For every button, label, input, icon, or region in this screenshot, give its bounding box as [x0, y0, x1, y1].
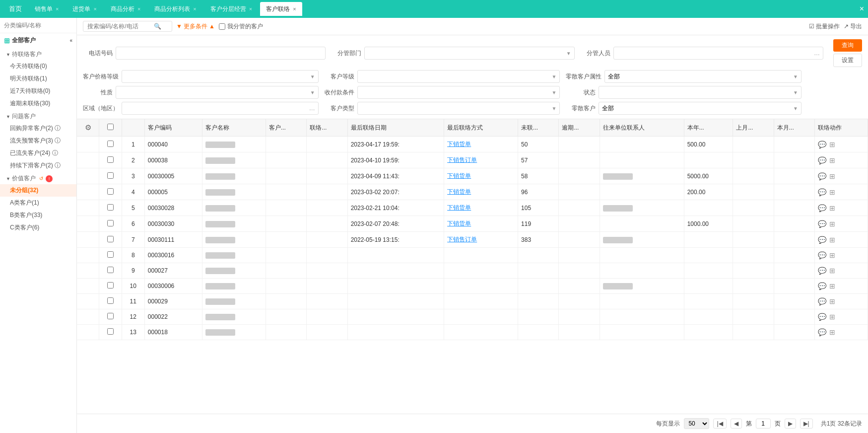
- tab-purchase[interactable]: 进货单 ×: [67, 2, 102, 16]
- checkbox-col-header[interactable]: [99, 119, 122, 137]
- message-icon[interactable]: 💬: [818, 141, 826, 148]
- message-icon[interactable]: 💬: [818, 267, 826, 275]
- row-last-method[interactable]: 下销货单: [444, 200, 518, 216]
- search-box[interactable]: 🔍: [83, 21, 172, 32]
- sidebar-item-lost[interactable]: 已流失客户(24) ⓘ: [0, 147, 76, 159]
- row-last-method[interactable]: [444, 325, 518, 340]
- row-checkbox[interactable]: [99, 325, 122, 340]
- message-icon[interactable]: 💬: [818, 156, 826, 164]
- row-last-method[interactable]: 下销货单: [444, 168, 518, 184]
- settings-col-header[interactable]: ⚙: [77, 119, 99, 137]
- row-last-method[interactable]: [444, 248, 518, 263]
- row-last-method[interactable]: 下销货单: [444, 184, 518, 200]
- reset-button[interactable]: 设置: [833, 54, 862, 67]
- row-last-method[interactable]: 下销货单: [444, 216, 518, 232]
- payment-select[interactable]: ▼: [357, 86, 560, 99]
- close-icon[interactable]: ×: [249, 6, 252, 12]
- select-all-checkbox[interactable]: [107, 124, 114, 130]
- search-icon[interactable]: 🔍: [154, 23, 161, 30]
- uncontacted-col-header[interactable]: 未联...: [518, 119, 559, 137]
- row-checkbox[interactable]: [99, 168, 122, 184]
- grid-icon[interactable]: ⊞: [829, 297, 835, 305]
- export-btn[interactable]: ↗ 导出: [844, 22, 862, 31]
- sidebar-item-7days[interactable]: 近7天待联络(0): [0, 85, 76, 97]
- sidebar-item-a-class[interactable]: A类客户(1): [0, 197, 76, 209]
- row-checkbox[interactable]: [99, 294, 122, 309]
- last-page-btn[interactable]: ▶|: [800, 419, 813, 429]
- row-checkbox[interactable]: [99, 137, 122, 152]
- name-col-header[interactable]: 客户名称: [202, 119, 266, 137]
- row-checkbox[interactable]: [99, 248, 122, 263]
- grid-icon[interactable]: ⊞: [829, 141, 835, 148]
- grid-icon[interactable]: ⊞: [829, 156, 835, 164]
- row-checkbox[interactable]: [99, 263, 122, 279]
- phone-input[interactable]: [116, 47, 326, 60]
- next-page-btn[interactable]: ▶: [785, 419, 796, 429]
- grid-icon[interactable]: ⊞: [829, 204, 835, 212]
- message-icon[interactable]: 💬: [818, 313, 826, 321]
- my-customers-checkbox[interactable]: 我分管的客户: [219, 22, 263, 31]
- row-last-method[interactable]: [444, 279, 518, 294]
- tab-sales[interactable]: 销售单 ×: [29, 2, 65, 16]
- sidebar-item-b-class[interactable]: B类客户(33): [0, 209, 76, 221]
- close-icon[interactable]: ×: [193, 6, 196, 12]
- prev-page-btn[interactable]: ◀: [731, 419, 742, 429]
- message-icon[interactable]: 💬: [818, 282, 826, 290]
- last-month-col-header[interactable]: 上月...: [733, 119, 774, 137]
- sidebar-section-value[interactable]: ▼ 价值客户 ↺ !: [0, 172, 76, 184]
- message-icon[interactable]: 💬: [818, 251, 826, 259]
- settings-icon[interactable]: ⚙: [85, 123, 91, 132]
- customer-grade-select[interactable]: ▼: [357, 70, 560, 83]
- more-conditions-btn[interactable]: ▼ 更多条件 ▲: [176, 22, 215, 31]
- customer-type-select[interactable]: ▼: [357, 102, 560, 115]
- sidebar-search-box[interactable]: 🔍: [0, 18, 76, 33]
- row-checkbox[interactable]: [99, 216, 122, 232]
- window-close-icon[interactable]: ×: [860, 4, 864, 13]
- query-button[interactable]: 查询: [833, 39, 862, 52]
- nature-select[interactable]: ▼: [116, 86, 319, 99]
- this-year-col-header[interactable]: 本年...: [684, 119, 733, 137]
- sidebar-item-overdue[interactable]: 逾期未联络(30): [0, 97, 76, 110]
- grid-icon[interactable]: ⊞: [829, 251, 835, 259]
- retail-customer-select[interactable]: 全部 ▼: [599, 102, 801, 115]
- this-month-col-header[interactable]: 本月...: [774, 119, 814, 137]
- manager-input[interactable]: …: [613, 47, 823, 60]
- sidebar-item-tomorrow[interactable]: 明天待联络(1): [0, 72, 76, 85]
- sidebar-section-problem[interactable]: ▼ 问题客户: [0, 110, 76, 122]
- message-icon[interactable]: 💬: [818, 328, 826, 336]
- retail-attr-select[interactable]: 全部 ▼: [604, 70, 801, 83]
- row-checkbox[interactable]: [99, 184, 122, 200]
- grid-icon[interactable]: ⊞: [829, 188, 835, 196]
- tab-product-analysis[interactable]: 商品分析 ×: [105, 2, 146, 16]
- page-input[interactable]: [756, 419, 771, 429]
- search-input[interactable]: [87, 23, 152, 30]
- grid-icon[interactable]: ⊞: [829, 282, 835, 290]
- sidebar-item-abnormal[interactable]: 回购异常客户(2) ⓘ: [0, 122, 76, 135]
- row-last-method[interactable]: [444, 294, 518, 309]
- row-checkbox[interactable]: [99, 232, 122, 248]
- grid-icon[interactable]: ⊞: [829, 220, 835, 228]
- price-grade-select[interactable]: ▼: [122, 70, 319, 83]
- nav-home[interactable]: 首页: [4, 4, 27, 13]
- row-checkbox[interactable]: [99, 309, 122, 325]
- first-page-btn[interactable]: |◀: [713, 419, 726, 429]
- row-last-method[interactable]: [444, 263, 518, 279]
- contact-person-col-header[interactable]: 往来单位联系人: [600, 119, 684, 137]
- tab-customer-segment[interactable]: 客户分层经营 ×: [204, 2, 258, 16]
- contact-col-header[interactable]: 联络...: [307, 119, 347, 137]
- row-last-method[interactable]: 下销货单: [444, 137, 518, 152]
- last-date-col-header[interactable]: 最后联络日期: [347, 119, 444, 137]
- type-col-header[interactable]: 客户...: [266, 119, 306, 137]
- tab-customer-contact[interactable]: 客户联络 ×: [260, 2, 302, 16]
- grid-icon[interactable]: ⊞: [829, 172, 835, 180]
- sidebar-item-today[interactable]: 今天待联络(0): [0, 60, 76, 72]
- row-checkbox[interactable]: [99, 152, 122, 168]
- status-select[interactable]: ▼: [599, 86, 801, 99]
- sidebar-item-declining[interactable]: 持续下滑客户(2) ⓘ: [0, 159, 76, 172]
- close-icon[interactable]: ×: [56, 6, 59, 12]
- sidebar-item-c-class[interactable]: C类客户(6): [0, 221, 76, 234]
- sidebar-section-pending[interactable]: ▼ 待联络客户: [0, 48, 76, 60]
- message-icon[interactable]: 💬: [818, 236, 826, 244]
- overdue-col-header[interactable]: 逾期...: [559, 119, 600, 137]
- message-icon[interactable]: 💬: [818, 220, 826, 228]
